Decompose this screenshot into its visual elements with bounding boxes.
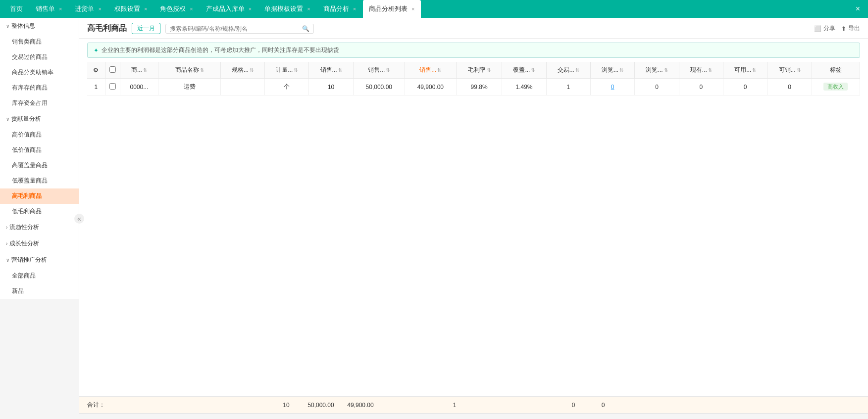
close-icon[interactable]: × [249, 6, 252, 12]
th-sales1[interactable]: 销售...⇅ [309, 62, 353, 79]
sidebar-group-marketing[interactable]: ∨ 营销推广分析 [0, 252, 79, 268]
chevron-down-icon: ∨ [6, 116, 9, 122]
close-icon[interactable]: × [353, 6, 356, 12]
top-navigation: 首页 销售单 × 进货单 × 权限设置 × 角色授权 × 产成品入库单 × 单据… [0, 0, 868, 18]
cell-current-stock: 0 [679, 79, 723, 95]
chevron-down-icon: ∨ [6, 23, 9, 29]
th-spec[interactable]: 规格...⇅ [220, 62, 264, 79]
th-transaction[interactable]: 交易...⇅ [546, 62, 590, 79]
cell-browse2: 0 [635, 79, 679, 95]
nav-product-analysis-list[interactable]: 商品分析列表 × [363, 0, 420, 18]
sidebar-item-high-value[interactable]: 高价值商品 [0, 127, 79, 142]
th-tag[interactable]: 标签 [812, 62, 860, 79]
footer-sales1: 10 [271, 402, 301, 409]
th-sales3[interactable]: 销售...⇅ [405, 62, 456, 79]
sidebar-group-overall[interactable]: ∨ 整体信息 [0, 18, 79, 34]
export-icon: ⬆ [841, 25, 846, 32]
cell-browse1[interactable]: 0 [590, 79, 634, 95]
th-settings[interactable]: ⚙ [87, 62, 105, 79]
page-title: 高毛利商品 [87, 23, 127, 34]
data-table-container: ⚙ 商...⇅ 商品名称⇅ 规格...⇅ 计量...⇅ 销售...⇅ 销售...… [79, 62, 868, 396]
time-filter-button[interactable]: 近一月 [132, 23, 160, 34]
sidebar-item-sales-goods[interactable]: 销售类商品 [0, 34, 79, 49]
search-box: 🔍 [165, 24, 314, 34]
info-icon: ✦ [94, 47, 99, 54]
close-icon[interactable]: × [307, 6, 310, 12]
sidebar-item-high-margin[interactable]: 高毛利商品 [0, 188, 79, 204]
search-input[interactable] [170, 25, 300, 32]
sidebar-item-new-goods[interactable]: 新品 [0, 283, 79, 299]
nav-sales-order[interactable]: 销售单 × [30, 0, 68, 18]
nav-template-settings[interactable]: 单据模板设置 × [258, 0, 316, 18]
sidebar-group-trend[interactable]: › 流趋性分析 [0, 219, 79, 235]
sidebar-item-low-margin[interactable]: 低毛利商品 [0, 204, 79, 219]
tag-badge: 高收入 [823, 83, 848, 91]
footer-label: 合计： [87, 401, 105, 409]
footer-cells: 10 50,000.00 49,900.00 1 0 0 [115, 402, 860, 409]
sidebar-item-traded-goods[interactable]: 交易过的商品 [0, 49, 79, 65]
cell-margin-rate: 99.8% [456, 79, 502, 95]
sidebar-group-growth[interactable]: › 成长性分析 [0, 235, 79, 252]
th-code[interactable]: 商...⇅ [120, 62, 158, 79]
close-icon[interactable]: × [59, 6, 62, 12]
sidebar-item-low-value[interactable]: 低价值商品 [0, 142, 79, 158]
th-current-stock[interactable]: 现有...⇅ [679, 62, 723, 79]
footer-transaction: 1 [440, 402, 469, 409]
cell-sales2: 50,000.00 [353, 79, 405, 95]
content-header: 高毛利商品 近一月 🔍 ⬜ 分享 ⬆ 导出 [79, 18, 868, 39]
cell-unit: 个 [265, 79, 309, 95]
cell-coverage: 1.49% [502, 79, 546, 95]
nav-product-analysis[interactable]: 商品分析 × [317, 0, 362, 18]
sidebar-item-all-goods[interactable]: 全部商品 [0, 268, 79, 283]
close-icon[interactable]: × [144, 6, 147, 12]
cell-sellable: 0 [767, 79, 812, 95]
cell-sales1: 10 [309, 79, 353, 95]
cell-checkbox[interactable] [105, 79, 120, 95]
footer-total: 合计： 10 50,000.00 49,900.00 1 0 0 [79, 396, 868, 413]
close-icon[interactable]: × [411, 6, 414, 12]
export-button[interactable]: ⬆ 导出 [841, 24, 860, 33]
close-icon[interactable]: × [98, 6, 101, 12]
th-available[interactable]: 可用...⇅ [723, 62, 767, 79]
sidebar-item-inventory-capital[interactable]: 库存资金占用 [0, 95, 79, 111]
th-browse1[interactable]: 浏览...⇅ [590, 62, 634, 79]
sidebar-group-contribution[interactable]: ∨ 贡献量分析 [0, 111, 79, 127]
nav-purchase-order[interactable]: 进货单 × [69, 0, 107, 18]
close-icon[interactable]: × [190, 6, 193, 12]
sidebar-item-category-rate[interactable]: 商品分类助销率 [0, 65, 79, 80]
cell-index: 1 [87, 79, 105, 95]
sidebar-item-in-stock-goods[interactable]: 有库存的商品 [0, 80, 79, 95]
row-checkbox[interactable] [109, 83, 116, 90]
share-icon: ⬜ [814, 25, 821, 32]
info-banner: ✦ 企业的主要的利润都是这部分商品创造的，可考虑加大推广，同时关注库存是不要出现… [87, 43, 860, 58]
search-icon[interactable]: 🔍 [302, 25, 309, 32]
th-sales2[interactable]: 销售...⇅ [353, 62, 405, 79]
th-name[interactable]: 商品名称⇅ [158, 62, 220, 79]
th-checkbox[interactable] [105, 62, 120, 79]
footer-sales3: 49,900.00 [341, 402, 380, 409]
nav-product-inbound[interactable]: 产成品入库单 × [200, 0, 257, 18]
cell-name: 运费 [158, 79, 220, 95]
cell-sales3: 49,900.00 [405, 79, 456, 95]
chevron-right-icon: › [6, 241, 7, 246]
cell-spec [220, 79, 264, 95]
nav-role-auth[interactable]: 角色授权 × [154, 0, 199, 18]
cell-code: 0000... [120, 79, 158, 95]
cell-available: 0 [723, 79, 767, 95]
window-close-button[interactable]: × [852, 4, 864, 13]
th-coverage[interactable]: 覆盖...⇅ [502, 62, 546, 79]
sidebar-item-low-coverage[interactable]: 低覆盖量商品 [0, 173, 79, 188]
horizontal-scrollbar[interactable] [79, 413, 868, 419]
nav-home[interactable]: 首页 [4, 0, 29, 18]
select-all-checkbox[interactable] [109, 66, 116, 73]
th-sellable[interactable]: 可销...⇅ [767, 62, 812, 79]
nav-permission-settings[interactable]: 权限设置 × [108, 0, 153, 18]
share-button[interactable]: ⬜ 分享 [814, 24, 835, 33]
sidebar-item-high-coverage[interactable]: 高覆盖量商品 [0, 158, 79, 173]
chevron-right-icon: › [6, 225, 7, 230]
th-margin-rate[interactable]: 毛利率⇅ [456, 62, 502, 79]
sidebar-collapse-button[interactable]: « [74, 214, 84, 224]
footer-sellable: 0 [588, 402, 618, 409]
th-unit[interactable]: 计量...⇅ [265, 62, 309, 79]
th-browse2[interactable]: 浏览...⇅ [635, 62, 679, 79]
